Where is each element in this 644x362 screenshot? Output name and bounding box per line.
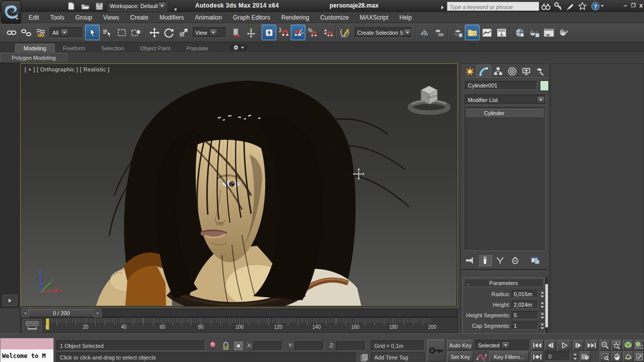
named-selection-sets-dropdown[interactable]: Create Selection Se — [355, 27, 412, 38]
ribbon-tab-populate[interactable]: Populate — [178, 44, 216, 52]
unlink-selection-button[interactable] — [19, 25, 33, 40]
pin-stack-button[interactable] — [463, 254, 477, 266]
zoom-extents-button[interactable] — [623, 340, 633, 350]
x-coordinate-field[interactable] — [254, 341, 283, 351]
key-filters-button[interactable]: Key Filters... — [490, 351, 529, 362]
set-key-button[interactable]: Set Key — [447, 351, 473, 362]
remove-modifier-button[interactable] — [508, 254, 522, 266]
rollout-scrollbar[interactable] — [545, 277, 548, 333]
viewport-canvas[interactable]: FRONT z y x — [21, 64, 456, 306]
tab-create[interactable] — [462, 65, 477, 78]
previous-frame-button[interactable] — [545, 340, 556, 350]
search-communities-button[interactable] — [540, 1, 551, 11]
make-unique-button[interactable] — [493, 254, 507, 266]
ribbon-tab-modeling[interactable]: Modeling — [15, 44, 55, 52]
spinner-snap-toggle-button[interactable] — [320, 25, 335, 40]
viewport-label[interactable]: [ + ] [ Orthographic ] [ Realistic ] — [25, 66, 110, 72]
render-setup-button[interactable] — [527, 25, 541, 40]
play-animation-button[interactable] — [557, 340, 572, 350]
add-time-tag-button[interactable]: Add Time Tag — [371, 352, 425, 362]
close-button[interactable]: x — [637, 2, 644, 9]
z-coordinate-field[interactable] — [336, 341, 366, 351]
menu-group[interactable]: Group — [70, 12, 98, 23]
angle-snap-toggle-button[interactable] — [291, 25, 305, 40]
ribbon-tab-freeform[interactable]: Freeform — [55, 44, 94, 52]
configure-modifier-sets-button[interactable] — [528, 254, 542, 266]
rendered-frame-window-button[interactable] — [541, 25, 556, 40]
layer-manager-button[interactable] — [450, 25, 465, 40]
radius-spinner[interactable] — [539, 290, 545, 298]
select-and-link-button[interactable] — [4, 25, 19, 40]
set-keys-button[interactable] — [427, 339, 445, 361]
menu-customize[interactable]: Customize — [314, 12, 354, 23]
expand-panel-button[interactable] — [3, 295, 18, 306]
show-end-result-button[interactable] — [478, 254, 492, 266]
select-object-button[interactable] — [85, 25, 100, 40]
reference-coordinate-dropdown[interactable]: View — [193, 27, 227, 38]
communication-center-button[interactable] — [565, 1, 576, 11]
tab-display[interactable] — [519, 65, 533, 78]
stack-item-cylinder[interactable]: Cylinder — [466, 109, 544, 117]
zoom-region-button[interactable] — [600, 351, 610, 362]
save-button[interactable] — [94, 2, 105, 11]
time-configuration-button[interactable] — [580, 351, 591, 362]
keyboard-shortcut-override-button[interactable] — [262, 25, 276, 40]
application-menu-button[interactable] — [1, 1, 21, 24]
select-by-name-button[interactable] — [100, 25, 114, 40]
next-frame-arrow[interactable]: > — [94, 309, 102, 317]
welcome-window-titlebar[interactable] — [1, 338, 53, 350]
favorites-button[interactable] — [577, 1, 588, 11]
cap-segments-spinner[interactable] — [539, 322, 545, 330]
ribbon-tab-object-paint[interactable]: Object Paint — [132, 44, 179, 52]
schematic-view-button[interactable] — [494, 25, 509, 40]
material-editor-button[interactable] — [512, 25, 527, 40]
align-button[interactable] — [432, 25, 447, 40]
open-file-button[interactable] — [79, 2, 91, 11]
auto-key-button[interactable]: Auto Key — [447, 340, 473, 350]
parameters-rollout-header[interactable]: - Parameters — [464, 279, 543, 287]
welcome-window-body[interactable]: Welcome to M — [1, 349, 53, 362]
select-and-manipulate-button[interactable] — [244, 25, 258, 40]
track-bar[interactable]: 0 20 40 60 80 100 120 140 160 180 200 — [20, 317, 458, 333]
select-and-scale-button[interactable] — [176, 25, 191, 40]
window-crossing-toggle-button[interactable] — [129, 25, 143, 40]
ribbon-tab-selection[interactable]: Selection — [93, 44, 132, 52]
render-production-button[interactable] — [556, 25, 571, 40]
sign-in-button[interactable] — [552, 1, 564, 11]
object-color-swatch[interactable] — [540, 80, 549, 91]
key-mode-toggle-button[interactable] — [531, 351, 543, 362]
height-field[interactable]: 2,024m — [512, 301, 538, 309]
help-dropdown-caret[interactable] — [601, 5, 604, 7]
current-frame-field[interactable]: 0 — [545, 351, 570, 361]
named-sets-arrow[interactable] — [404, 29, 411, 37]
rollout-scrollbar-thumb[interactable] — [545, 284, 548, 327]
restore-button[interactable]: ❐ — [630, 2, 637, 9]
menu-create[interactable]: Create — [125, 12, 154, 23]
bind-to-space-warp-button[interactable] — [33, 25, 48, 40]
menu-modifiers[interactable]: Modifiers — [154, 12, 190, 23]
percent-snap-toggle-button[interactable]: % — [305, 25, 320, 40]
modifier-list-dropdown[interactable]: Modifier List — [465, 95, 546, 105]
time-slider-handle[interactable]: 0 / 200 — [28, 309, 95, 317]
polygon-modeling-panel-tab[interactable]: Polygon Modeling — [0, 53, 67, 63]
selection-filter-arrow[interactable] — [60, 29, 68, 37]
next-frame-button[interactable] — [573, 340, 584, 350]
go-to-end-button[interactable] — [586, 340, 598, 350]
use-pivot-point-button[interactable] — [229, 25, 244, 40]
absolute-offset-mode-toggle[interactable] — [233, 341, 244, 351]
height-segments-spinner[interactable] — [539, 311, 545, 319]
rectangular-selection-region-button[interactable] — [114, 25, 129, 40]
help-button[interactable]: ? — [590, 1, 605, 11]
workspace-dropdown[interactable]: Workspace: Default — [107, 1, 167, 11]
minimize-button[interactable]: – — [622, 2, 629, 9]
isolate-selection-toggle[interactable] — [359, 352, 369, 362]
selection-lock-toggle[interactable] — [208, 341, 218, 351]
transform-lock-toggle[interactable] — [221, 341, 230, 351]
modifier-list-arrow[interactable] — [537, 96, 545, 104]
cap-segments-field[interactable]: 1 — [512, 322, 538, 330]
scene-explorer-button[interactable] — [465, 25, 479, 40]
menu-rendering[interactable]: Rendering — [276, 12, 314, 23]
tab-utilities[interactable] — [533, 65, 547, 78]
ribbon-minimize-button[interactable] — [229, 44, 248, 51]
title-separator-arrow[interactable] — [441, 3, 445, 12]
